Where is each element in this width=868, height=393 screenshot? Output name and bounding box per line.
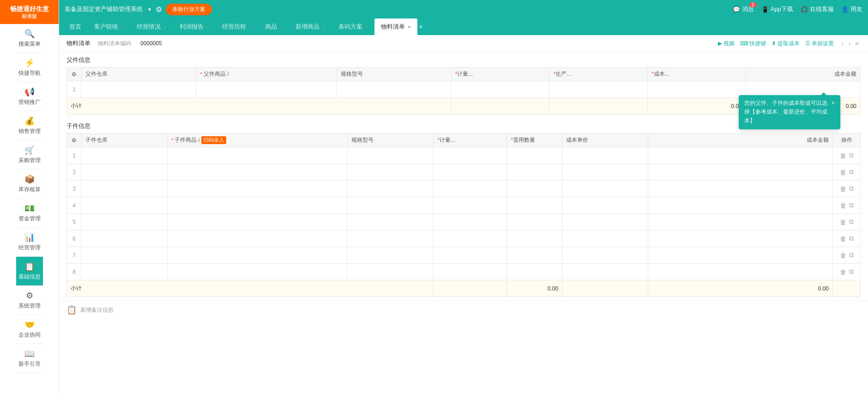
copy-icon-7[interactable]: ⧉ [849, 251, 854, 259]
nav-tab-5[interactable]: 商品× [259, 18, 289, 35]
extract-cost-action[interactable]: ⬆ 提取成本 [772, 40, 800, 48]
delete-icon-4[interactable]: 🗑 [840, 202, 846, 209]
child-cell-amount-1[interactable] [648, 147, 832, 164]
sidebar-item-4[interactable]: 🛒采购管理 [16, 140, 43, 169]
copy-icon-5[interactable]: ⧉ [849, 218, 854, 226]
sidebar-item-11[interactable]: 📖新手引导 [16, 344, 43, 373]
child-cell-warehouse-5[interactable] [82, 214, 168, 230]
sidebar-item-1[interactable]: ⚡快捷导航 [16, 53, 43, 82]
nav-tab-6[interactable]: 新增商品× [289, 18, 332, 35]
child-cell-qty-3[interactable] [507, 181, 562, 197]
delete-icon-7[interactable]: 🗑 [840, 252, 846, 259]
copy-icon-1[interactable]: ⧉ [849, 151, 854, 159]
child-cell-warehouse-4[interactable] [82, 197, 168, 214]
sidebar-item-8[interactable]: 📋基础信息 [16, 257, 43, 286]
child-cell-product-7[interactable] [167, 247, 348, 264]
child-cell-qty-7[interactable] [507, 247, 562, 264]
child-cell-spec-2[interactable] [348, 164, 434, 181]
child-cell-qty-6[interactable] [507, 230, 562, 247]
nav-tab-close-3[interactable]: × [206, 24, 209, 30]
nav-tab-0[interactable]: 首页 [63, 18, 88, 35]
nav-tab-close-5[interactable]: × [280, 24, 283, 30]
delete-icon-2[interactable]: 🗑 [840, 169, 846, 176]
child-cell-qty-4[interactable] [507, 197, 562, 214]
nav-tab-close-6[interactable]: × [322, 24, 325, 30]
doc-settings-action[interactable]: ☰ 单据设置 [805, 40, 834, 48]
system-dropdown-arrow[interactable]: ▼ [147, 7, 152, 12]
child-cell-product-5[interactable] [167, 214, 348, 230]
trial-button[interactable]: 体验行业方案 [166, 4, 212, 15]
child-cell-qty-2[interactable] [507, 164, 562, 181]
child-cell-product-3[interactable] [167, 181, 348, 197]
child-cell-amount-7[interactable] [648, 247, 832, 264]
child-cell-warehouse-7[interactable] [82, 247, 168, 264]
parent-col-settings[interactable]: ⚙ [67, 67, 82, 81]
nav-tab-close-1[interactable]: × [121, 24, 124, 30]
child-cell-warehouse-1[interactable] [82, 147, 168, 164]
child-cell-warehouse-6[interactable] [82, 230, 168, 247]
delete-icon-8[interactable]: 🗑 [840, 268, 846, 276]
child-col-settings[interactable]: ⚙ [67, 133, 82, 147]
child-cell-qty-5[interactable] [507, 214, 562, 230]
child-cell-spec-6[interactable] [348, 230, 434, 247]
child-cell-amount-4[interactable] [648, 197, 832, 214]
app-download-action[interactable]: 📱 App下载 [761, 5, 793, 13]
child-cell-spec-5[interactable] [348, 214, 434, 230]
child-cell-unit-cost-2[interactable] [562, 164, 648, 181]
user-action[interactable]: 👤 用友 [841, 5, 862, 13]
child-cell-spec-8[interactable] [348, 264, 434, 280]
sidebar-item-9[interactable]: ⚙系统管理 [16, 286, 43, 315]
child-cell-warehouse-8[interactable] [82, 264, 168, 280]
sidebar-item-6[interactable]: 💵资金管理 [16, 199, 43, 228]
sidebar-item-5[interactable]: 📦库存核算 [16, 169, 43, 199]
child-cell-amount-5[interactable] [648, 214, 832, 230]
child-cell-product-1[interactable] [167, 147, 348, 164]
video-action[interactable]: ▶ 视频 [718, 40, 735, 48]
nav-tab-1[interactable]: 客户联络× [88, 18, 130, 35]
shortcut-action[interactable]: ⌨ 快捷键 [740, 40, 766, 48]
child-cell-amount-2[interactable] [648, 164, 832, 181]
nav-menu-btn[interactable]: ≡ [853, 39, 861, 48]
parent-cell-spec-1[interactable] [337, 81, 451, 98]
delete-icon-6[interactable]: 🗑 [840, 235, 846, 242]
nav-tab-7[interactable]: 条码方案× [332, 18, 374, 35]
delete-icon-1[interactable]: 🗑 [840, 152, 846, 159]
online-service-action[interactable]: 🎧 在线客服 [801, 5, 834, 13]
child-cell-unit-2[interactable] [434, 164, 507, 181]
copy-icon-2[interactable]: ⧉ [849, 168, 854, 176]
child-cell-qty-8[interactable] [507, 264, 562, 280]
nav-tab-close-2[interactable]: × [163, 24, 166, 30]
child-cell-warehouse-2[interactable] [82, 164, 168, 181]
nav-tab-3[interactable]: 利润报告× [173, 18, 216, 35]
child-cell-spec-1[interactable] [348, 147, 434, 164]
child-cell-spec-3[interactable] [348, 181, 434, 197]
copy-icon-6[interactable]: ⧉ [849, 235, 854, 242]
child-cell-unit-6[interactable] [434, 230, 507, 247]
child-cell-amount-8[interactable] [648, 264, 832, 280]
child-cell-qty-1[interactable] [507, 147, 562, 164]
child-cell-product-8[interactable] [167, 264, 348, 280]
child-cell-unit-cost-8[interactable] [562, 264, 648, 280]
delete-icon-5[interactable]: 🗑 [840, 218, 846, 226]
child-cell-unit-cost-5[interactable] [562, 214, 648, 230]
nav-tab-close-8[interactable]: × [408, 24, 410, 30]
child-cell-unit-cost-4[interactable] [562, 197, 648, 214]
child-cell-unit-cost-3[interactable] [562, 181, 648, 197]
nav-tab-4[interactable]: 经营历程× [216, 18, 258, 35]
child-cell-unit-cost-6[interactable] [562, 230, 648, 247]
parent-cell-warehouse-1[interactable] [82, 81, 196, 98]
sidebar-item-3[interactable]: 💰销售管理 [16, 111, 43, 140]
gear-icon[interactable]: ⚙ [156, 5, 162, 14]
copy-icon-3[interactable]: ⧉ [849, 185, 854, 193]
nav-prev-btn[interactable]: ‹ [839, 39, 845, 48]
child-cell-unit-5[interactable] [434, 214, 507, 230]
sidebar-item-7[interactable]: 📊经营管理 [16, 228, 43, 257]
parent-cell-cost-1[interactable] [648, 81, 746, 98]
child-cell-product-6[interactable] [167, 230, 348, 247]
delete-icon-3[interactable]: 🗑 [840, 185, 846, 193]
child-cell-amount-6[interactable] [648, 230, 832, 247]
nav-tab-close-4[interactable]: × [249, 24, 252, 30]
message-action[interactable]: 💬 消息 6 [733, 5, 754, 13]
child-cell-product-2[interactable] [167, 164, 348, 181]
child-cell-unit-3[interactable] [434, 181, 507, 197]
